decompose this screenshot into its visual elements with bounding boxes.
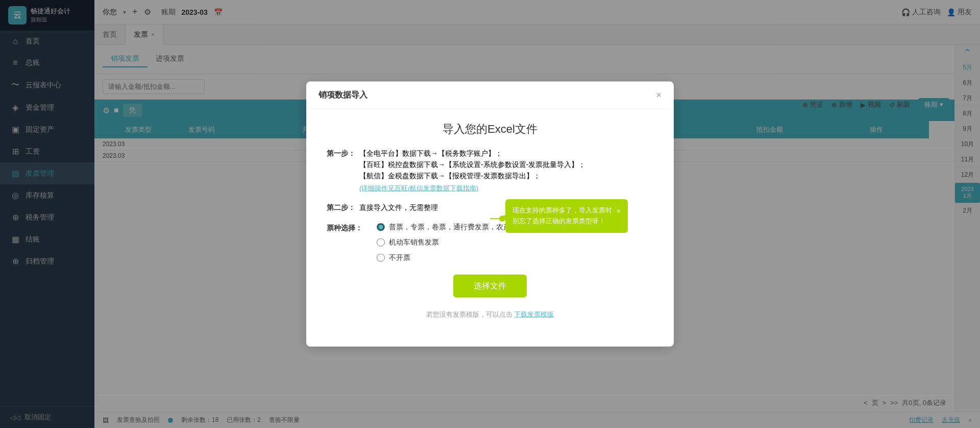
download-hint-text: 若您没有发票模版，可以点击 [426, 311, 512, 318]
radio-no[interactable]: 不开票 [377, 253, 546, 263]
radio-no-input[interactable] [377, 254, 385, 262]
radio-normal-input[interactable] [377, 223, 385, 231]
step2-content: 直接导入文件，无需整理 [359, 203, 438, 212]
step1-label: 第一步： [327, 149, 355, 158]
download-template-link[interactable]: 下载发票模版 [514, 311, 554, 318]
step1-guide-link[interactable]: (详细操作见百旺/航信发票数据下载指南) [359, 184, 478, 192]
tooltip-close-button[interactable]: × [617, 205, 621, 217]
step1-line3: 【航信】金税盘数据下载→【报税管理-发票数据导出】； [359, 172, 585, 181]
modal-title: 销项数据导入 [318, 90, 368, 101]
modal-main-title: 导入您的Excel文件 [327, 122, 653, 137]
modal-close-button[interactable]: × [656, 90, 662, 101]
select-file-button[interactable]: 选择文件 [453, 275, 527, 298]
radio-motor[interactable]: 机动车销售发票 [377, 238, 546, 247]
radio-motor-label: 机动车销售发票 [389, 238, 439, 247]
step2-label: 第二步： [327, 203, 355, 212]
modal-header: 销项数据导入 × [306, 82, 674, 109]
step1-line2: 【百旺】税控盘数据下载→【系统设置-系统参数设置-发票批量导入】； [359, 160, 585, 170]
ticket-label: 票种选择： [327, 224, 362, 233]
radio-no-label: 不开票 [389, 253, 410, 263]
step1-line1: 【全电平台】数据下载→【税务数字账户】； [359, 149, 585, 158]
download-hint: 若您没有发票模版，可以点击 下载发票模版 [327, 310, 653, 319]
step-1: 第一步： 【全电平台】数据下载→【税务数字账户】； 【百旺】税控盘数据下载→【系… [327, 149, 653, 193]
tooltip-text: 现在支持的票种多了，导入发票时别忘了选择正确的发票类型呀！ [512, 206, 612, 225]
tooltip-box: × 现在支持的票种多了，导入发票时别忘了选择正确的发票类型呀！ [505, 199, 628, 233]
radio-motor-input[interactable] [377, 239, 385, 247]
